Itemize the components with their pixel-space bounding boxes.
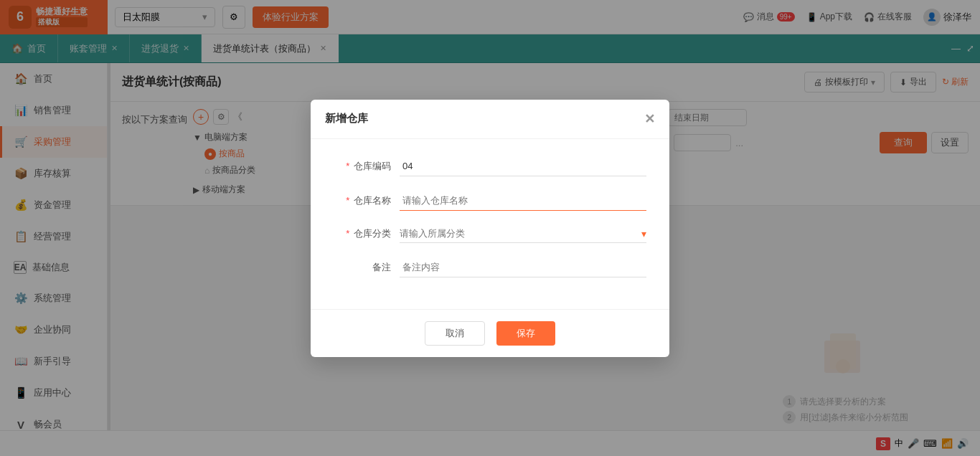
name-label: * 仓库名称 [334,194,391,207]
name-label-text: 仓库名称 [354,195,391,206]
form-row-category: * 仓库分类 ▾ [334,225,646,243]
modal-overlay: 新增仓库 ✕ * 仓库编码 * 仓库名称 [0,0,980,456]
form-row-name: * 仓库名称 [334,191,646,211]
category-label: * 仓库分类 [334,227,391,240]
modal-new-warehouse: 新增仓库 ✕ * 仓库编码 * 仓库名称 [311,100,669,357]
code-input[interactable] [400,156,646,176]
category-input[interactable] [400,228,641,239]
cancel-button[interactable]: 取消 [425,321,485,346]
name-required-mark: * [346,195,349,206]
name-input[interactable] [400,191,646,211]
category-dropdown-icon[interactable]: ▾ [641,228,646,239]
modal-title: 新增仓库 [325,112,368,125]
save-button[interactable]: 保存 [496,321,555,346]
note-label-text: 备注 [372,262,391,272]
modal-close-btn[interactable]: ✕ [644,111,655,127]
form-row-note: 备注 [334,257,646,277]
category-label-text: 仓库分类 [354,228,391,239]
form-row-code: * 仓库编码 [334,156,646,176]
category-required-mark: * [346,228,349,239]
note-label: 备注 [334,261,391,274]
code-label-text: 仓库编码 [354,161,391,171]
modal-body: * 仓库编码 * 仓库名称 * 仓库分类 [311,139,669,309]
note-input[interactable] [400,257,646,277]
category-select-wrap: ▾ [400,225,646,243]
modal-header: 新增仓库 ✕ [311,100,669,139]
code-required-mark: * [346,161,349,171]
modal-footer: 取消 保存 [311,309,669,357]
code-label: * 仓库编码 [334,160,391,173]
